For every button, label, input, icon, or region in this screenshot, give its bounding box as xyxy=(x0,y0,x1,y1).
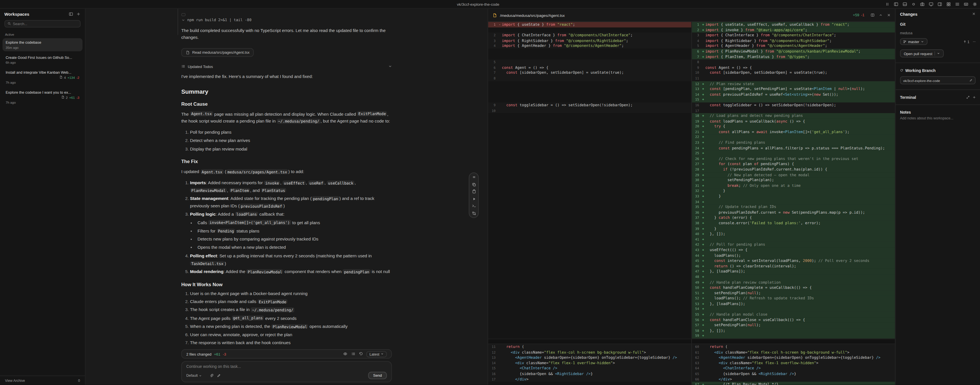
eye-icon[interactable] xyxy=(344,352,348,356)
workspace-item[interactable]: Explore the codebase I want you to ex...… xyxy=(3,88,83,106)
compare-icon[interactable] xyxy=(471,211,476,215)
branch-selector[interactable]: master xyxy=(900,38,928,45)
diff-line-added: 41+ xyxy=(691,237,895,242)
clipboard-icon[interactable] xyxy=(471,189,476,194)
diff-marker xyxy=(498,382,502,385)
message-input[interactable] xyxy=(186,364,387,372)
diff-line: 14 <div className="flex flex-1 overflow-… xyxy=(488,360,691,366)
panel-right-icon[interactable] xyxy=(937,2,942,6)
code-text xyxy=(502,97,691,103)
edit-message-icon[interactable] xyxy=(216,374,221,377)
refresh-icon[interactable] xyxy=(900,68,904,72)
edit-branch-icon[interactable] xyxy=(969,79,972,82)
monitor-icon[interactable] xyxy=(929,2,933,6)
code-text: import { AgentHeader } from "@/component… xyxy=(705,43,895,49)
workspace-item[interactable]: Explore the codebase35m ago xyxy=(3,38,83,51)
line-number xyxy=(488,296,498,301)
badge-deletions: -2 xyxy=(76,75,79,79)
collapse-sidebar-icon[interactable] xyxy=(69,12,73,16)
diff-line-filler xyxy=(488,54,691,59)
diff-marker: + xyxy=(701,312,705,317)
code-text: <div className="flex flex-col h-screen b… xyxy=(502,350,691,355)
workspace-item[interactable]: Create Good First Issues on Github So...… xyxy=(3,53,83,66)
diff-old-pane[interactable]: 1-import { useState } from "react";2impo… xyxy=(488,22,691,385)
version-dropdown[interactable]: Latest xyxy=(366,351,387,357)
diff-line-added: 30+ setPendingPlan(plan); xyxy=(691,178,895,183)
expand-terminal-icon[interactable] xyxy=(966,95,969,99)
new-workspace-icon[interactable] xyxy=(76,12,81,16)
code-text xyxy=(502,54,691,59)
line-number: 5 xyxy=(691,43,701,49)
diff-line: 65 {sidebarOpen && <RightSidebar />} xyxy=(691,371,895,376)
split-view-icon[interactable] xyxy=(870,13,875,17)
updated-todos-row[interactable]: Updated Todos xyxy=(181,65,392,68)
camera-icon[interactable] xyxy=(920,2,924,6)
diff-line-filler xyxy=(488,226,691,231)
close-panel-icon[interactable] xyxy=(972,12,976,16)
workspace-list: Explore the codebase35m agoCreate Good F… xyxy=(0,38,85,375)
diff-marker xyxy=(498,258,502,264)
diff-marker xyxy=(498,291,502,296)
undo-icon[interactable] xyxy=(359,352,363,356)
close-diff-icon[interactable] xyxy=(886,13,891,17)
play-icon[interactable] xyxy=(471,197,476,201)
code-text: import { invoke } from "@tauri-apps/api/… xyxy=(705,27,895,33)
line-number xyxy=(488,274,498,280)
tool-command[interactable]: npm run build 2>&1 | tail -80 xyxy=(181,18,392,22)
title-bar: vk/3ccf-explore-the-code xyxy=(0,0,980,9)
diff-marker xyxy=(701,371,705,376)
tool-read-file[interactable]: Read medusa/src/pages/Agent.tsx xyxy=(181,48,254,57)
diff-stats: +59 -1 xyxy=(853,13,865,17)
diff-marker xyxy=(498,231,502,237)
workspace-diff-badge: 2+61-3 xyxy=(6,95,80,99)
open-pull-request-button[interactable]: Open pull request xyxy=(900,49,944,57)
code-text xyxy=(502,258,691,264)
view-archive[interactable]: View Archive 0 xyxy=(0,375,85,385)
send-button[interactable]: Send xyxy=(368,372,387,379)
grid-icon[interactable] xyxy=(946,2,951,6)
search-input[interactable] xyxy=(13,22,78,26)
inline-code: PlanItem xyxy=(229,188,250,192)
inline-code: useCallback xyxy=(327,180,355,185)
diff-line-added: 27+ for (const plan of pendingPlans) { xyxy=(691,161,895,167)
working-branch-input[interactable]: vk/3ccf-explore-the-code xyxy=(900,76,976,84)
diff-marker xyxy=(701,366,705,371)
diff-line-filler xyxy=(488,178,691,183)
diff-marker xyxy=(498,167,502,172)
copy-icon[interactable] xyxy=(471,182,476,186)
notes-placeholder[interactable]: Add notes about this workspace... xyxy=(900,116,976,120)
changes-status-bar[interactable]: 2 files changed +61 -3 Latest xyxy=(181,349,392,359)
new-terminal-icon[interactable] xyxy=(972,95,976,99)
terminal-icon[interactable] xyxy=(471,204,476,208)
collapse-diff-icon[interactable] xyxy=(878,13,883,17)
workspace-search[interactable] xyxy=(4,20,81,27)
attach-file-icon[interactable] xyxy=(210,374,214,377)
panel-left-icon[interactable] xyxy=(893,2,898,6)
diff-line-filler xyxy=(488,231,691,237)
chat-scroll-area[interactable]: npm run build 2>&1 | tail -80The build c… xyxy=(86,9,488,349)
keyboard-icon[interactable] xyxy=(963,2,968,6)
model-selector[interactable]: Default xyxy=(186,374,202,377)
list-icon[interactable] xyxy=(955,2,959,6)
badge-additions: +61 xyxy=(69,95,75,99)
diff-new-pane[interactable]: 1+import { useState, useEffect, useRef, … xyxy=(691,22,895,385)
diff-line-filler xyxy=(488,296,691,301)
inline-code: useEffect xyxy=(283,180,306,185)
panel-bottom-icon[interactable] xyxy=(902,2,907,6)
code-text: const [pendingPlan, setPendingPlan] = us… xyxy=(705,86,895,92)
code-text: previousPlanIdsRef.current = new Set(pen… xyxy=(705,210,895,215)
diff-line-added: 35+ // Update tracked plan IDs xyxy=(691,205,895,210)
pause-icon[interactable] xyxy=(885,2,889,6)
files-changed-label: 2 files changed xyxy=(186,352,212,356)
line-number: 65 xyxy=(691,371,701,376)
workspace-item[interactable]: Install and integrate Vibe Kanban Web...… xyxy=(3,68,83,86)
more-icon[interactable] xyxy=(972,40,976,43)
record-icon[interactable] xyxy=(911,2,915,6)
inline-code: PlanReviewModal xyxy=(271,324,308,329)
bold-text: Modal rendering xyxy=(190,269,223,274)
settings-icon[interactable] xyxy=(972,2,977,6)
workspace-title: Explore the codebase xyxy=(6,40,80,44)
list-checks-icon[interactable] xyxy=(351,352,355,356)
grip-icon[interactable] xyxy=(471,175,476,179)
diff-marker xyxy=(498,333,502,339)
